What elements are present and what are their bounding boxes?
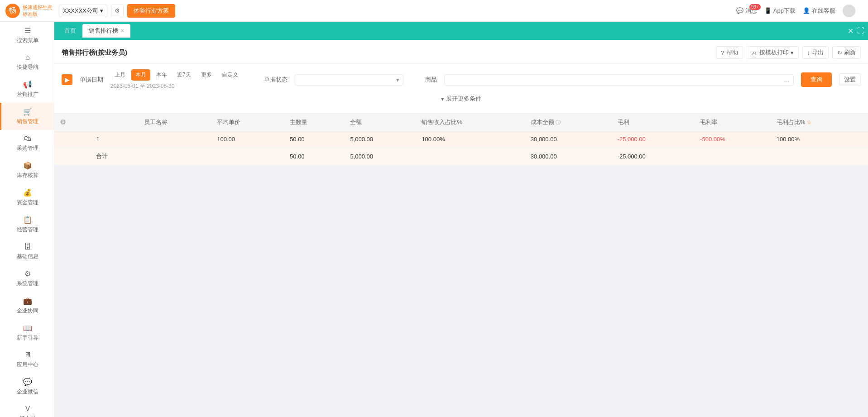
expand-more-button[interactable]: ▾ 展开更多条件: [441, 92, 481, 105]
col-header-sales_pct: 销售收入占比%: [416, 113, 525, 131]
date-filter-label: 单据日期: [80, 76, 103, 84]
tab-bar: 首页 销售排行榜 × ✕ ⛶: [54, 22, 868, 40]
col-header-amount: 全额: [345, 113, 416, 131]
sidebar-item-label: 搜索菜单: [17, 37, 38, 44]
logo-area: 畅 畅康通好生意 标准版: [5, 4, 55, 18]
sidebar-item-label: 基础信息: [17, 253, 38, 260]
status-filter-label: 单据状态: [264, 76, 288, 84]
online-service-button[interactable]: 👤 在线客服: [803, 7, 835, 15]
tab-close-icon[interactable]: ×: [121, 28, 124, 34]
company-name: XXXXXX公司: [63, 7, 98, 15]
app-download-label: App下载: [773, 7, 796, 15]
sidebar-item-企业微信[interactable]: 💬 企业微信: [0, 373, 54, 400]
expand-icon: ▾: [441, 96, 444, 102]
cell-name: [139, 131, 211, 148]
online-service-label: 在线客服: [812, 7, 835, 15]
sidebar-item-label: 系统管理: [17, 280, 38, 288]
col-header-rank: [91, 113, 139, 131]
online-service-icon: 👤: [803, 7, 810, 14]
col-header-cost: 成本全额 ⓘ: [525, 113, 612, 131]
content-area: 首页 销售排行榜 × ✕ ⛶ 销售排行榜(按业务员): [54, 22, 868, 417]
goods-more-icon: …: [784, 77, 790, 83]
footer-name: [139, 148, 211, 165]
date-btn-更多[interactable]: 更多: [197, 69, 216, 81]
sidebar-icon: 📋: [23, 216, 32, 224]
filter-row-1: ▶ 单据日期 上月本月本年近7天更多自定义 2023-06-01 至 2023-…: [62, 69, 861, 90]
sidebar-item-销售管理[interactable]: 🛒 销售管理: [0, 103, 54, 130]
sidebar-icon: ☰: [24, 26, 31, 35]
sidebar-item-应用中心[interactable]: 🖥 应用中心: [0, 346, 54, 373]
settings-button[interactable]: 设置: [839, 73, 861, 86]
sidebar-item-label: 企业微信: [17, 388, 38, 396]
sidebar-item-畅会员[interactable]: V 畅会员: [0, 400, 54, 417]
status-select-arrow: ▾: [396, 77, 399, 83]
avatar[interactable]: [843, 5, 855, 17]
tab-home[interactable]: 首页: [58, 24, 82, 38]
goods-filter-label: 商品: [425, 76, 437, 84]
footer-settings: [54, 148, 91, 165]
template-print-button[interactable]: 🖨 按模板打印 ▾: [747, 46, 799, 59]
sidebar-item-label: 库存核算: [17, 172, 38, 179]
window-close-icon[interactable]: ✕: [848, 27, 854, 35]
footer-label: 合计: [91, 148, 139, 165]
goods-input[interactable]: …: [444, 74, 794, 86]
date-btn-自定义[interactable]: 自定义: [218, 69, 242, 81]
sidebar-icon: ⌂: [25, 53, 30, 62]
col-header-settings: ⚙: [54, 113, 91, 131]
sidebar-item-label: 畅会员: [19, 415, 36, 417]
query-button[interactable]: 查询: [801, 72, 832, 87]
sidebar-item-label: 经营管理: [17, 226, 38, 234]
footer-gross: -25,000.00: [612, 148, 695, 165]
cell-avg_price: 100.00: [211, 131, 284, 148]
refresh-icon: ↻: [837, 49, 842, 56]
export-button[interactable]: ↓ 导出: [802, 46, 829, 59]
company-selector[interactable]: XXXXXX公司 ▾: [59, 5, 107, 17]
expand-row: ▾ 展开更多条件: [62, 90, 861, 107]
topbar-settings-button[interactable]: ⚙: [111, 5, 124, 17]
cell-gross_rate: -500.00%: [695, 131, 771, 148]
date-btn-近7天[interactable]: 近7天: [173, 69, 195, 81]
filter-area: ▶ 单据日期 上月本月本年近7天更多自定义 2023-06-01 至 2023-…: [54, 64, 868, 113]
sidebar-icon: 🛍: [24, 134, 31, 143]
sidebar-item-库存核算[interactable]: 📦 库存核算: [0, 157, 54, 184]
sidebar-item-经营管理[interactable]: 📋 经营管理: [0, 211, 54, 238]
col-header-gross: 毛利: [612, 113, 695, 131]
expand-label: 展开更多条件: [446, 95, 481, 103]
sidebar-item-营销推广[interactable]: 📢 营销推广: [0, 76, 54, 103]
date-btn-上月[interactable]: 上月: [110, 69, 129, 81]
col-header-gross_rate: 毛利率: [695, 113, 771, 131]
status-select[interactable]: ▾: [295, 74, 403, 86]
sidebar-item-企业协同[interactable]: 💼 企业协同: [0, 292, 54, 319]
sidebar-item-采购管理[interactable]: 🛍 采购管理: [0, 130, 54, 157]
cell-cost: 30,000.00: [525, 131, 612, 148]
sidebar-item-基础信息[interactable]: 🗄 基础信息: [0, 238, 54, 265]
tab-sales-ranking[interactable]: 销售排行榜 ×: [82, 24, 130, 38]
tab-sales-ranking-label: 销售排行榜: [89, 27, 118, 35]
date-btn-本月[interactable]: 本月: [131, 69, 150, 81]
message-button[interactable]: 💬 消息 99+: [736, 7, 757, 15]
sidebar-item-快捷导航[interactable]: ⌂ 快捷导航: [0, 49, 54, 76]
window-expand-icon[interactable]: ⛶: [857, 27, 864, 35]
sidebar-item-label: 营销推广: [17, 91, 38, 98]
toggle-arrow-button[interactable]: ▶: [62, 74, 72, 85]
sidebar-item-搜索菜单[interactable]: ☰ 搜索菜单: [0, 22, 54, 49]
refresh-button[interactable]: ↻ 刷新: [832, 46, 861, 59]
table-footer-row: 合计 50.00 5,000.00 30,000.00 -25,000.00: [54, 148, 868, 165]
sidebar-icon: 📖: [23, 324, 32, 332]
app-download-button[interactable]: 📱 App下载: [764, 7, 796, 15]
sidebar-item-新手引导[interactable]: 📖 新手引导: [0, 319, 54, 346]
date-btn-本年[interactable]: 本年: [152, 69, 171, 81]
cost-help-icon: ⓘ: [556, 120, 561, 125]
cell-settings: [54, 131, 91, 148]
footer-avg: [211, 148, 284, 165]
cell-amount: 5,000.00: [345, 131, 416, 148]
sidebar-item-资金管理[interactable]: 💰 资金管理: [0, 184, 54, 211]
sidebar-item-系统管理[interactable]: ⚙ 系统管理: [0, 265, 54, 292]
footer-sales-pct: [416, 148, 525, 165]
help-button[interactable]: ? 帮助: [716, 46, 743, 59]
trial-button[interactable]: 体验行业方案: [127, 4, 175, 18]
cell-gross: -25,000.00: [612, 131, 695, 148]
sidebar-icon: ⚙: [24, 269, 31, 278]
tab-home-label: 首页: [64, 27, 76, 35]
cell-sales_pct: 100.00%: [416, 131, 525, 148]
